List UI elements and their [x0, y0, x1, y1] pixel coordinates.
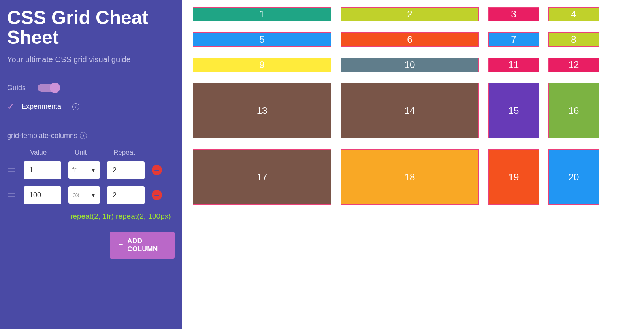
result-output: repeat(2, 1fr) repeat(2, 100px): [7, 212, 175, 221]
grid-cell: 3: [488, 7, 539, 21]
header-repeat: Repeat: [113, 149, 151, 157]
header-unit: Unit: [75, 149, 106, 157]
column-row: 100 px ▼ 2: [7, 186, 175, 204]
add-column-button[interactable]: + ADD COLUMN: [110, 232, 175, 259]
guids-toggle-row: Guids: [7, 84, 175, 92]
grid-cell: 13: [193, 83, 331, 138]
drag-handle-icon[interactable]: [7, 193, 17, 197]
remove-button[interactable]: [152, 190, 162, 200]
grid-cell: 16: [548, 83, 599, 138]
grid-cell: 5: [193, 32, 331, 47]
unit-select[interactable]: px ▼: [68, 186, 100, 204]
value-input[interactable]: 1: [24, 161, 61, 179]
check-icon: ✓: [7, 102, 14, 112]
grid-cell: 19: [488, 149, 539, 205]
page-subtitle: Your ultimate CSS grid visual guide: [7, 55, 175, 64]
grid-cell: 4: [548, 7, 599, 21]
chevron-down-icon: ▼: [90, 192, 96, 198]
guids-label: Guids: [7, 84, 26, 92]
plus-icon: +: [119, 240, 123, 250]
grid-cell: 9: [193, 58, 331, 72]
toggle-knob: [50, 83, 60, 93]
column-headers: Value Unit Repeat: [7, 149, 175, 157]
grid-cell: 6: [341, 32, 479, 47]
grid-cell: 20: [548, 149, 599, 205]
header-value: Value: [30, 149, 68, 157]
info-icon[interactable]: i: [80, 132, 87, 139]
grid-cell: 11: [488, 58, 539, 72]
grid-cell: 1: [193, 7, 331, 21]
column-row: 1 fr ▼ 2: [7, 161, 175, 179]
remove-button[interactable]: [152, 165, 162, 175]
grid-preview: 1234567891011121314151617181920: [182, 0, 644, 329]
grid-cell: 7: [488, 32, 539, 47]
experimental-row[interactable]: ✓ Experimental i: [7, 102, 175, 112]
value-input[interactable]: 100: [24, 186, 61, 204]
sidebar: CSS Grid Cheat Sheet Your ultimate CSS g…: [0, 0, 182, 329]
section-label: grid-template-columns i: [7, 132, 175, 140]
repeat-input[interactable]: 2: [107, 161, 145, 179]
grid-cell: 2: [341, 7, 479, 21]
experimental-label: Experimental: [21, 102, 63, 111]
grid-cell: 10: [341, 58, 479, 72]
unit-select[interactable]: fr ▼: [68, 161, 100, 179]
drag-handle-icon[interactable]: [7, 168, 17, 172]
grid-cell: 8: [548, 32, 599, 47]
page-title: CSS Grid Cheat Sheet: [7, 8, 175, 48]
grid-cell: 14: [341, 83, 479, 138]
grid-cell: 12: [548, 58, 599, 72]
info-icon[interactable]: i: [72, 103, 79, 110]
chevron-down-icon: ▼: [90, 167, 96, 173]
grid-cell: 18: [341, 149, 479, 205]
grid-cell: 15: [488, 83, 539, 138]
grid-cell: 17: [193, 149, 331, 205]
guids-toggle[interactable]: [38, 84, 59, 92]
repeat-input[interactable]: 2: [107, 186, 145, 204]
